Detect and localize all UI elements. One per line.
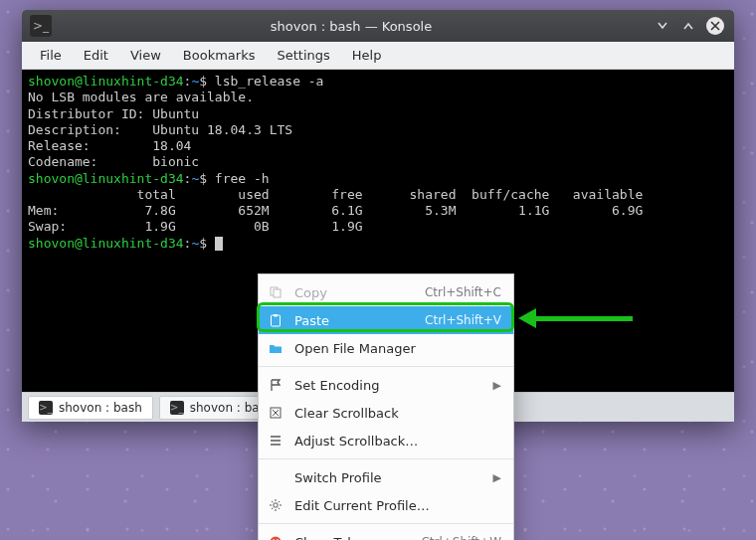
ctx-adjust-scrollback[interactable]: Adjust Scrollback… <box>259 427 513 454</box>
svg-point-6 <box>271 537 282 541</box>
separator <box>259 523 513 524</box>
menu-help[interactable]: Help <box>342 44 392 67</box>
gear-icon <box>269 498 284 512</box>
terminal-tab-icon: >_ <box>170 401 184 415</box>
terminal-tab-icon: >_ <box>39 401 53 415</box>
flag-icon <box>269 378 284 392</box>
free-swap-row: Swap: 1.9G 0B 1.9G <box>28 219 363 234</box>
clear-icon <box>269 406 284 420</box>
submenu-arrow-icon: ▶ <box>493 379 501 392</box>
output-line: Codename: bionic <box>28 154 199 169</box>
output-line: Description: Ubuntu 18.04.3 LTS <box>28 122 292 137</box>
command-1: lsb_release -a <box>215 74 324 89</box>
submenu-arrow-icon: ▶ <box>493 471 501 484</box>
window-controls <box>645 17 734 35</box>
menu-edit[interactable]: Edit <box>74 44 118 67</box>
separator <box>259 458 513 459</box>
maximize-button[interactable] <box>680 18 696 34</box>
annotation-arrow <box>518 308 638 328</box>
menu-bookmarks[interactable]: Bookmarks <box>173 44 266 67</box>
svg-rect-3 <box>274 314 278 317</box>
ctx-switch-profile[interactable]: Switch Profile ▶ <box>259 463 513 491</box>
ctx-clear-scrollback[interactable]: Clear Scrollback <box>259 399 513 427</box>
paste-icon <box>269 313 284 327</box>
ctx-paste[interactable]: Paste Ctrl+Shift+V <box>259 306 513 334</box>
menu-settings[interactable]: Settings <box>267 44 339 67</box>
ctx-edit-profile[interactable]: Edit Current Profile… <box>259 491 513 519</box>
menu-file[interactable]: File <box>30 44 72 67</box>
prompt-user: shovon@linuxhint-d34 <box>28 171 184 186</box>
svg-point-5 <box>274 503 278 507</box>
cursor <box>215 237 223 251</box>
minimize-button[interactable] <box>655 18 670 34</box>
output-line: No LSB modules are available. <box>28 90 254 104</box>
ctx-close-tab[interactable]: Close Tab Ctrl+Shift+W <box>259 528 513 540</box>
output-line: Release: 18.04 <box>28 138 191 153</box>
folder-icon <box>269 341 284 355</box>
svg-rect-2 <box>272 315 281 326</box>
ctx-set-encoding[interactable]: Set Encoding ▶ <box>259 371 513 399</box>
titlebar: >_ shovon : bash — Konsole <box>22 10 734 42</box>
menubar: File Edit View Bookmarks Settings Help <box>22 42 734 70</box>
output-line: Distributor ID: Ubuntu <box>28 106 199 121</box>
command-2: free -h <box>215 171 270 186</box>
window-title: shovon : bash — Konsole <box>58 19 645 34</box>
svg-rect-1 <box>274 289 281 297</box>
copy-icon <box>269 285 284 299</box>
separator <box>259 366 513 367</box>
ctx-open-file-manager[interactable]: Open File Manager <box>259 334 513 362</box>
ctx-copy: Copy Ctrl+Shift+C <box>259 278 513 306</box>
tab-0[interactable]: >_ shovon : bash <box>28 396 153 420</box>
prompt-user: shovon@linuxhint-d34 <box>28 74 184 89</box>
close-icon <box>269 535 284 540</box>
menu-view[interactable]: View <box>120 44 171 67</box>
context-menu: Copy Ctrl+Shift+C Paste Ctrl+Shift+V Ope… <box>258 273 514 540</box>
tab-label: shovon : bash <box>59 401 142 415</box>
close-button[interactable] <box>706 17 724 35</box>
free-mem-row: Mem: 7.8G 652M 6.1G 5.3M 1.1G 6.9G <box>28 203 643 218</box>
prompt-user: shovon@linuxhint-d34 <box>28 236 184 251</box>
free-header: total used free shared buff/cache availa… <box>28 187 643 202</box>
terminal-app-icon: >_ <box>30 15 52 37</box>
list-icon <box>269 434 284 448</box>
